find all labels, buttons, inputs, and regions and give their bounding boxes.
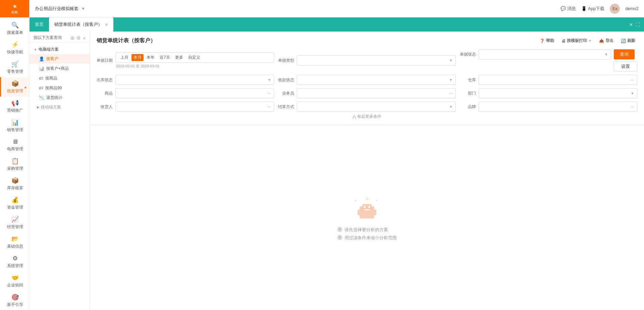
retail-icon: 🛒 [11,60,19,68]
sidebar-item-inventory[interactable]: 📦 库存核算 [0,174,29,194]
template-print-btn[interactable]: 🖨 按模板打印 ▼ [559,37,594,45]
wholesale-icon: 📦 [11,80,19,87]
sidebar-item-finance[interactable]: 💰 资金管理 [0,194,29,213]
query-button[interactable]: 查询 [614,49,635,59]
sidebar-item-purchase[interactable]: 📋 采购管理 [0,155,29,174]
enterprise-icon: 🤝 [11,274,19,281]
sidebar-item-label: 资金管理 [7,205,23,210]
sidebar-item-label: 系统管理 [7,263,23,269]
sidebar-item-label: 采购管理 [7,166,23,171]
settlement-arrow-icon: ▼ [449,105,453,109]
sidebar-item-marketing[interactable]: 📢 营销推广 [0,97,29,116]
sidebar-item-enterprise[interactable]: 🤝 企业协同 [0,271,29,291]
salesman-dots[interactable]: ··· [449,91,453,96]
date-tab-last-month[interactable]: 上月 [118,54,130,61]
svg-text:✨: ✨ [365,197,369,201]
sidebar-item-wholesale[interactable]: 📦 批发管理 ▲ [0,77,29,97]
filter-rows: 单据日期 上月 本月 本年 近7天 更多 自定义 20 [97,49,637,112]
user-avatar[interactable]: Ea [610,4,620,14]
out-status-field: 出库状态 ▼ [97,75,274,85]
svg-rect-8 [374,209,376,215]
sidebar-item-sales[interactable]: 📊 销售管理 [0,116,29,136]
warehouse-dots[interactable]: ··· [630,77,634,83]
svg-point-4 [364,206,366,208]
message-action[interactable]: 💬 消息 [560,6,576,12]
message-icon: 💬 [560,6,566,11]
customer-goods-icon: 📊 [39,66,44,71]
refresh-label: 刷新 [627,38,635,44]
export-label: 导出 [605,38,613,44]
sidebar-item-quick[interactable]: ⚡ 快捷导航 [0,38,29,58]
department-label: 部门 [460,91,476,96]
date-tab-custom[interactable]: 自定义 [186,54,202,61]
sidebar-item-basic[interactable]: 📂 基础信息 [0,232,29,252]
brand-dots[interactable]: ··· [630,104,634,109]
date-tab-more[interactable]: 更多 [173,54,185,61]
salesman-input[interactable]: ··· [297,88,455,98]
date-tab-this-year[interactable]: 本年 [145,54,157,61]
sidebar-item-newbie[interactable]: 🎯 新手引导 [0,291,29,310]
tab-close-icon[interactable]: ✕ [105,22,108,27]
tab-close-window-icon[interactable]: ✕ [629,22,633,27]
message-label: 消息 [567,6,576,12]
settlement-select[interactable]: ▼ [297,102,455,112]
payment-select[interactable]: ▼ [297,75,455,85]
scheme-item-by-goods[interactable]: 🏷 按商品 [30,73,90,83]
scheme-item-by-customer-goods[interactable]: 📊 按客户+商品 [30,64,90,73]
setting-button[interactable]: 设置 [614,61,637,71]
brand-input[interactable]: ··· [479,102,637,112]
sidebar-item-retail[interactable]: 🛒 零售管理 [0,58,29,77]
out-status-select[interactable]: ▼ [115,75,274,85]
scheme-collapse-btn[interactable]: « [83,35,86,41]
type-select[interactable]: ▼ [297,55,455,65]
goods-input[interactable]: ··· [115,88,274,98]
operation-icon: 📈 [11,216,19,223]
scheme-item-by-goods-99[interactable]: 🏷 按商品99 [30,83,90,93]
app-download-action[interactable]: 📱 App下载 [581,6,604,12]
refresh-btn[interactable]: 🔄 刷新 [619,37,637,45]
empty-state: ✦ ✦ ✨ ① 请先选择要分析的方案 ② 用过滤条件来缩小分析范围 [90,125,644,310]
department-arrow-icon: ▼ [631,91,634,95]
scheme-item-return-stats[interactable]: 📉 退货统计 [30,93,90,103]
tab-home[interactable]: 首页 [30,17,49,32]
main-area: 办公用品行业模拟账套 ▼ 💬 消息 📱 App下载 Ea demo2 首页 销货… [30,0,644,310]
sidebar-item-label: 经营管理 [7,224,23,230]
date-tab-7days[interactable]: 近7天 [158,54,172,61]
hint-num-1: ① [337,227,342,232]
page-title-text: 销货单统计表（按客户） [97,37,156,44]
sidebar-item-label: 销售管理 [7,127,23,133]
scheme-group-mobile-header[interactable]: ▶ 移动端方案 [30,103,90,112]
scheme-settings-btn[interactable]: ⚙ [76,35,81,41]
sidebar-item-search[interactable]: 🔍 搜索菜单 [0,19,29,38]
warehouse-input[interactable]: ··· [479,75,637,85]
sidebar-item-ecommerce[interactable]: 🖥 电商管理 [0,136,29,155]
hint-num-2: ② [337,235,342,240]
system-icon: ⚙ [12,255,18,262]
goods-dots[interactable]: ··· [267,91,271,96]
empty-hint-2-text: 用过滤条件来缩小分析范围 [344,235,397,241]
sidebar-item-label: 零售管理 [7,69,23,74]
sidebar-item-operation[interactable]: 📈 经营管理 [0,213,29,232]
sidebar-item-system[interactable]: ⚙ 系统管理 [0,252,29,271]
date-tab-this-month[interactable]: 本月 [131,54,144,61]
status-label: 单据状态 [460,52,476,57]
receiver-input[interactable]: ··· [115,102,274,112]
topbar-dropdown-icon[interactable]: ▼ [81,6,85,11]
receiver-dots[interactable]: ··· [267,104,271,109]
scheme-group-mobile-label: 移动端方案 [41,104,61,110]
scheme-group-desktop-header[interactable]: ▼ 电脑端方案 [30,45,90,54]
scheme-item-by-customer[interactable]: 👤 按客户 [30,54,90,64]
tab-expand-area: ✕ ⛶ [625,22,644,27]
status-select[interactable]: ▼ [479,49,611,59]
date-tabs-input[interactable]: 上月 本月 本年 近7天 更多 自定义 [115,52,274,63]
help-btn[interactable]: ❓ 帮助 [538,37,556,45]
collapse-bar[interactable]: ⋀ 收起更多条件 [97,112,637,121]
scheme-group-mobile: ▶ 移动端方案 [30,103,90,112]
date-value-text: 2023-03-01 至 2023-03-31 [115,64,274,69]
tab-sales-stats[interactable]: 销货单统计表（按客户） ✕ [49,17,113,32]
scheme-add-btn[interactable]: ⊕ [70,35,74,41]
tab-maximize-icon[interactable]: ⛶ [636,22,640,27]
export-btn[interactable]: 📤 导出 [597,37,615,45]
department-select[interactable]: ▼ [479,88,637,98]
username-label[interactable]: demo2 [625,6,639,11]
